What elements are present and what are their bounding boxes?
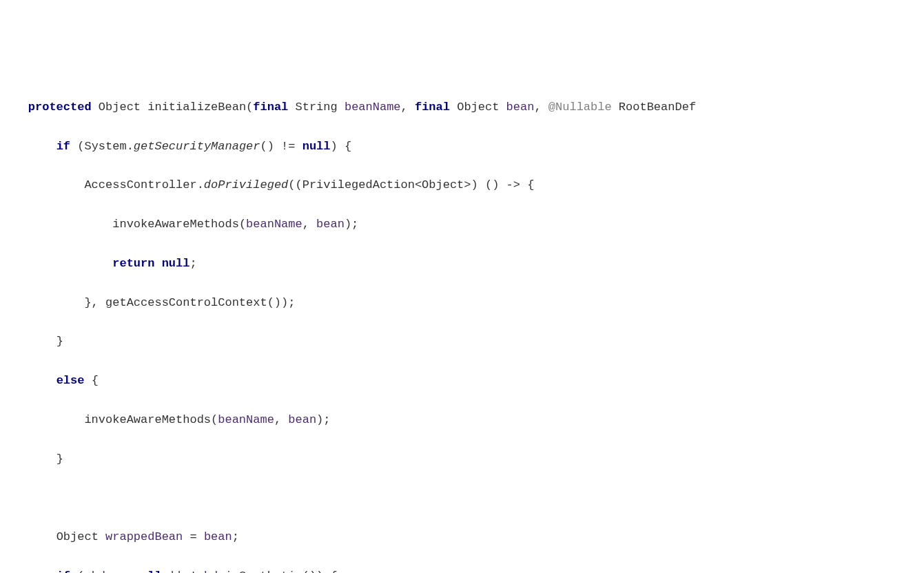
code-line: Object wrappedBean = bean;	[0, 528, 924, 547]
keyword-protected: protected	[28, 101, 92, 114]
code-line: return null;	[0, 254, 924, 273]
code-line: }	[0, 450, 924, 469]
code-line: else {	[0, 371, 924, 390]
code-block: protected Object initializeBean(final St…	[0, 79, 924, 574]
code-line: protected Object initializeBean(final St…	[0, 98, 924, 117]
code-line: }, getAccessControlContext());	[0, 293, 924, 313]
code-line: if (System.getSecurityManager() != null)…	[0, 137, 924, 156]
annotation-nullable: @Nullable	[548, 101, 612, 114]
code-line	[0, 488, 924, 508]
code-line: }	[0, 332, 924, 351]
code-line: if (mbd == null || !mbd.isSynthetic()) {	[0, 567, 924, 573]
code-line: invokeAwareMethods(beanName, bean);	[0, 410, 924, 430]
code-line: invokeAwareMethods(beanName, bean);	[0, 215, 924, 234]
code-line: AccessController.doPrivileged((Privilege…	[0, 176, 924, 195]
